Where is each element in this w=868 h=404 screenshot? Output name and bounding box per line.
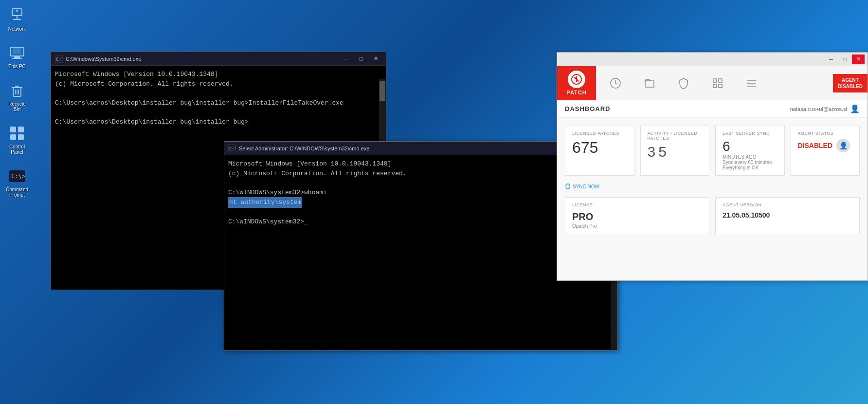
desktop-icon-recycle-bin[interactable]: Recycle Bin: [2, 80, 32, 114]
desktop-icon-control-panel[interactable]: Control Panel: [2, 123, 32, 157]
svg-rect-30: [719, 84, 722, 88]
agent-status-card: AGENT STATUS DISABLED 👤: [791, 126, 860, 176]
this-pc-label: This PC: [8, 64, 26, 69]
agent-person-icon: 👤: [836, 139, 850, 152]
svg-rect-27: [713, 79, 717, 82]
patch-titlebar: ─ □ ✕: [557, 53, 868, 66]
agent-disabled-badge[interactable]: AGENT DISABLED: [833, 74, 868, 92]
desktop-icons: Network This PC: [0, 0, 34, 204]
control-panel-label: Control Panel: [4, 144, 30, 155]
cmd-line: Microsoft Windows [Version 10.0.19043.13…: [228, 159, 614, 169]
agent-status-label: AGENT STATUS: [798, 131, 853, 136]
desktop-icon-command-prompt[interactable]: C:\> Command Prompt: [2, 165, 32, 200]
sync-status: Everything is OK: [723, 165, 778, 170]
nav-icon-reports[interactable]: [708, 73, 727, 93]
agent-disabled-text: AGENT DISABLED: [838, 77, 863, 90]
agent-version-label: AGENT VERSION: [723, 202, 852, 207]
nav-icon-list[interactable]: [742, 73, 761, 93]
svg-rect-5: [13, 48, 21, 54]
cmd-line: C:\WINDOWS\system32>_: [228, 217, 614, 227]
sync-row: SYNC NOW: [565, 182, 860, 191]
svg-rect-15: [18, 127, 24, 132]
dashboard-user: natasa.cus+ul@acros.si 👤: [790, 104, 860, 113]
sync-now-label: SYNC NOW: [573, 184, 599, 189]
cmd-icon-1: C:\: [55, 55, 63, 63]
licensed-patches-value: 675: [572, 139, 627, 157]
cmd-line: Microsoft Windows [Version 10.0.19043.13…: [55, 70, 382, 79]
activity-num-2: 5: [658, 144, 667, 160]
command-prompt-icon: C:\>: [8, 167, 26, 185]
patch-window: ─ □ ✕ PATCH: [557, 52, 868, 281]
minimize-btn-1[interactable]: ─: [340, 54, 353, 64]
sync-schedule: Sync every 60 minutes: [723, 160, 778, 165]
cmd-line: [228, 208, 614, 218]
cmd-line: (c) Microsoft Corporation. All rights re…: [228, 169, 614, 179]
last-sync-label: LAST SERVER SYNC: [723, 131, 778, 136]
desktop-icon-this-pc[interactable]: This PC: [2, 42, 32, 71]
license-card: LICENSE PRO Opatch Pro: [565, 197, 709, 234]
desktop-icon-network[interactable]: Network: [2, 5, 32, 34]
agent-version-value: 21.05.05.10500: [723, 211, 852, 219]
this-pc-icon: [8, 44, 26, 62]
sync-minutes: 6: [723, 139, 778, 154]
sync-now-button[interactable]: SYNC NOW: [565, 184, 599, 189]
patch-logo-icon: [568, 71, 585, 88]
svg-rect-17: [18, 134, 24, 140]
patch-logo-button[interactable]: PATCH: [557, 66, 596, 100]
cmd-icon-2: C:\: [228, 145, 236, 152]
patch-minimize-btn[interactable]: ─: [825, 55, 837, 64]
sync-unit: MINUTES AGO: [723, 154, 778, 160]
control-panel-icon: [8, 125, 26, 142]
dashboard-header: DASHBOARD natasa.cus+ul@acros.si 👤: [557, 100, 868, 118]
license-value: PRO: [572, 211, 702, 222]
cmd-title-1: C:\Windows\System32\cmd.exe: [66, 56, 337, 62]
patch-dashboard: DASHBOARD natasa.cus+ul@acros.si 👤 LICEN…: [557, 100, 868, 280]
cmd-title-2: Select Administrator: C:\WINDOWS\system3…: [239, 146, 569, 151]
cmd-line: (c) Microsoft Corporation. All rights re…: [55, 79, 382, 89]
svg-rect-29: [713, 84, 717, 88]
license-sub: Opatch Pro: [572, 223, 702, 229]
cmd-line: [55, 108, 382, 117]
user-icon: 👤: [850, 104, 860, 113]
nav-icon-security[interactable]: [674, 73, 693, 93]
cmd-scrollbar-thumb-1: [380, 81, 385, 101]
patch-nav-icons: [596, 73, 833, 93]
svg-text:C:\: C:\: [229, 147, 235, 151]
nav-icon-patches[interactable]: [640, 73, 659, 93]
activity-numbers: 3 5: [648, 144, 703, 160]
patch-nav: PATCH: [557, 66, 868, 100]
svg-rect-14: [10, 127, 16, 132]
patch-close-btn[interactable]: ✕: [852, 55, 865, 64]
agent-version-card: AGENT VERSION 21.05.05.10500: [715, 197, 860, 234]
svg-text:C:\>: C:\>: [11, 173, 25, 180]
agent-status-value: DISABLED 👤: [798, 139, 853, 152]
cmd-line: C:\Users\acros\Desktop\installer bug\ins…: [55, 98, 382, 108]
command-prompt-label: Command Prompt: [4, 187, 30, 198]
cmd-line: C:\Users\acros\Desktop\installer bug\ins…: [55, 117, 382, 127]
svg-rect-16: [10, 134, 16, 140]
stats-row: LICENSED PATCHES 675 ACTIVITY - LICENSED…: [565, 126, 860, 176]
activity-label: ACTIVITY - LICENSED PATCHES: [648, 131, 703, 141]
cmd-highlighted-line: nt authority\system: [228, 197, 302, 208]
cmd-line: [55, 89, 382, 98]
patch-maximize-btn[interactable]: □: [838, 55, 851, 64]
svg-text:C:\: C:\: [56, 57, 62, 62]
recycle-bin-label: Recycle Bin: [4, 101, 30, 112]
license-label: LICENSE: [572, 202, 702, 207]
disabled-label: DISABLED: [798, 142, 833, 149]
recycle-bin-icon: [8, 82, 26, 99]
maximize-btn-1[interactable]: □: [355, 54, 367, 64]
patch-logo-label: PATCH: [566, 90, 586, 95]
user-email: natasa.cus+ul@acros.si: [790, 106, 847, 112]
close-btn-1[interactable]: ✕: [369, 54, 382, 64]
nav-icon-dashboard[interactable]: [606, 73, 625, 93]
dashboard-body: LICENSED PATCHES 675 ACTIVITY - LICENSED…: [557, 118, 868, 280]
cmd-line: C:\WINDOWS\system32>whoami: [228, 188, 614, 198]
win-controls-1: ─ □ ✕: [340, 54, 382, 64]
activity-card: ACTIVITY - LICENSED PATCHES 3 5: [640, 126, 710, 176]
svg-point-3: [16, 10, 18, 12]
network-icon: [8, 7, 26, 24]
licensed-patches-card: LICENSED PATCHES 675: [565, 126, 634, 176]
license-agent-row: LICENSE PRO Opatch Pro AGENT VERSION 21.…: [565, 197, 860, 234]
patch-win-controls: ─ □ ✕: [825, 55, 865, 64]
